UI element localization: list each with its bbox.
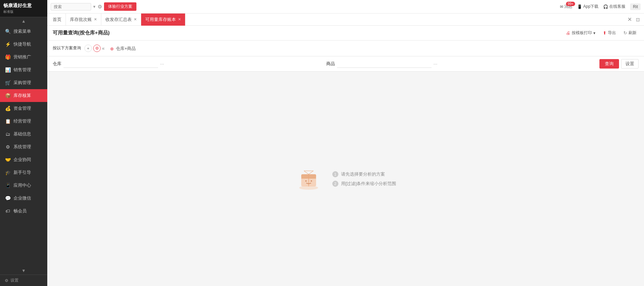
empty-box-svg	[295, 165, 322, 192]
sidebar-item-quick-nav[interactable]: ⚡ 快捷导航	[0, 38, 47, 51]
user-name: Rit	[633, 4, 638, 9]
sidebar-footer-settings[interactable]: ⚙ 设置	[0, 275, 47, 286]
online-service-btn[interactable]: 🎧 在线客服	[603, 4, 625, 9]
sidebar-item-purchase[interactable]: 🛒 采购管理	[0, 76, 47, 89]
sidebar-item-sales[interactable]: 📊 销售管理	[0, 63, 47, 76]
svg-point-6	[311, 180, 312, 182]
export-btn[interactable]: ⬆ 导出	[601, 29, 618, 37]
content-area: 可用量查询(按仓库+商品) 🖨 按模板打印 ▾ ⬆ 导出 ↻ 刷新 按以下方案	[47, 26, 644, 286]
settings-icon: ⚙	[5, 278, 8, 283]
print-chevron-icon: ▾	[593, 31, 595, 35]
sidebar-item-search[interactable]: 🔍 搜索菜单	[0, 25, 47, 38]
export-label: 导出	[608, 30, 616, 36]
tab-available-ledger[interactable]: 可用量库存账本 ✕	[141, 14, 185, 26]
sidebar-logo: 畅康通好生意	[3, 3, 32, 9]
sidebar-scroll-down[interactable]: ▼	[0, 267, 47, 275]
sidebar-item-label: 企业协同	[14, 157, 31, 163]
system-icon: ⚙	[5, 144, 11, 150]
topbar: ▾ ⚙ 体验行业方案 ✉ 消息 99+ 📱 App下载 🎧 在线客服 Rit	[47, 0, 644, 14]
sidebar-footer-label: 设置	[10, 278, 19, 283]
chevron-down-icon[interactable]: ▾	[93, 4, 96, 9]
expand-btn[interactable]: ⊡	[635, 17, 641, 22]
sidebar-scroll-up[interactable]: ▲	[0, 17, 47, 25]
sidebar-item-label: 采购管理	[14, 80, 31, 86]
tab-available-ledger-label: 可用量库存账本	[145, 17, 176, 23]
sidebar-item-newbie[interactable]: 🎓 新手引导	[0, 166, 47, 179]
home-label: 首页	[53, 17, 61, 23]
sidebar-item-label: 系统管理	[14, 144, 31, 150]
product-filter-input[interactable]	[337, 60, 432, 68]
sidebar-item-wechat[interactable]: 💬 企业微信	[0, 192, 47, 205]
sidebar-item-marketing[interactable]: 🎁 营销推广	[0, 51, 47, 63]
settings-scheme-btn[interactable]: ⚙	[93, 45, 101, 52]
close-tab-btn[interactable]: ✕	[626, 16, 633, 23]
sidebar-item-enterprise[interactable]: 🤝 企业协同	[0, 153, 47, 166]
app-download-btn[interactable]: 📱 App下载	[577, 4, 598, 9]
message-btn[interactable]: ✉ 消息 99+	[560, 4, 572, 9]
close-icon[interactable]: ✕	[134, 17, 137, 22]
tab-deposit-summary[interactable]: 收发存汇总表 ✕	[101, 14, 141, 26]
add-scheme-btn[interactable]: ＋	[84, 45, 92, 52]
wechat-icon: 💬	[5, 196, 11, 201]
search-icon: 🔍	[5, 29, 11, 34]
empty-illustration	[295, 165, 322, 193]
scheme-item-icon: ⊕	[110, 46, 114, 51]
sidebar-item-label: 应用中心	[14, 182, 31, 188]
sidebar-item-label: 库存核算	[14, 93, 31, 99]
service-label: 在线客服	[609, 4, 625, 9]
warehouse-filter: 仓库 ···	[53, 60, 319, 68]
sidebar-item-app-center[interactable]: 📱 应用中心	[0, 179, 47, 192]
finance-icon: 💰	[5, 106, 11, 111]
product-filter-label: 商品	[326, 61, 335, 67]
app-label: App下载	[583, 4, 598, 9]
enterprise-icon: 🤝	[5, 157, 11, 162]
refresh-btn[interactable]: ↻ 刷新	[621, 29, 639, 37]
empty-text: 1 请先选择要分析的方案 2 用[过滤]条件来缩小分析范围	[332, 171, 396, 187]
message-icon: ✉	[560, 4, 563, 9]
sidebar-item-label: 新手引导	[14, 170, 31, 176]
query-button[interactable]: 查询	[599, 59, 619, 69]
sidebar-item-operations[interactable]: 📋 经营管理	[0, 115, 47, 128]
sidebar-subtitle: 标准版	[3, 9, 14, 14]
tab-batch-ledger[interactable]: 库存批次账 ✕	[66, 14, 101, 26]
print-btn[interactable]: 🖨 按模板打印 ▾	[564, 29, 597, 37]
purchase-icon: 🛒	[5, 80, 11, 85]
close-icon[interactable]: ✕	[178, 17, 181, 22]
filter-actions: 查询 设置	[599, 59, 639, 69]
main-area: ▾ ⚙ 体验行业方案 ✉ 消息 99+ 📱 App下载 🎧 在线客服 Rit	[47, 0, 644, 286]
close-icon[interactable]: ✕	[94, 17, 97, 22]
warehouse-filter-input[interactable]	[63, 60, 158, 68]
collapse-scheme-icon[interactable]: «	[102, 46, 105, 51]
warehouse-more-icon[interactable]: ···	[160, 61, 164, 67]
settings-button[interactable]: 设置	[621, 59, 639, 69]
industry-btn[interactable]: 体验行业方案	[104, 2, 136, 11]
message-badge: 99+	[566, 2, 575, 6]
scheme-item-label: 仓库+商品	[116, 46, 136, 52]
hint-num-1: 1	[332, 171, 338, 177]
svg-line-8	[309, 171, 313, 174]
topbar-search-input[interactable]	[51, 3, 91, 10]
page-title: 可用量查询(按仓库+商品)	[53, 30, 110, 36]
tab-deposit-summary-label: 收发存汇总表	[105, 17, 132, 23]
refresh-icon: ↻	[623, 30, 627, 35]
scheme-item-warehouse-product[interactable]: ⊕ 仓库+商品	[108, 45, 138, 53]
sidebar-nav: 🔍 搜索菜单 ⚡ 快捷导航 🎁 营销推广 📊 销售管理 🛒 采购管理 📦 库存核…	[0, 25, 47, 267]
scheme-list: ⊕ 仓库+商品	[108, 44, 138, 53]
export-icon: ⬆	[603, 30, 607, 35]
user-info[interactable]: Rit	[630, 3, 641, 10]
product-more-icon[interactable]: ···	[434, 61, 438, 67]
sidebar-item-label: 经营管理	[14, 118, 31, 124]
sidebar-item-label: 快捷导航	[14, 41, 31, 47]
sidebar-item-system[interactable]: ⚙ 系统管理	[0, 140, 47, 153]
hint-text-2: 用[过滤]条件来缩小分析范围	[341, 181, 396, 187]
tab-home[interactable]: 首页	[49, 14, 66, 26]
sidebar-item-basic[interactable]: 🗂 基础信息	[0, 128, 47, 140]
sidebar-item-finance[interactable]: 💰 资金管理	[0, 102, 47, 115]
print-label: 按模板打印	[572, 30, 592, 36]
gear-icon[interactable]: ⚙	[98, 4, 102, 10]
inventory-icon: 📦	[5, 93, 11, 98]
tab-batch-ledger-label: 库存批次账	[70, 17, 92, 23]
sidebar-item-member[interactable]: 🏷 畅会员	[0, 205, 47, 217]
sidebar-item-inventory[interactable]: 📦 库存核算	[0, 89, 47, 102]
app-center-icon: 📱	[5, 183, 11, 188]
